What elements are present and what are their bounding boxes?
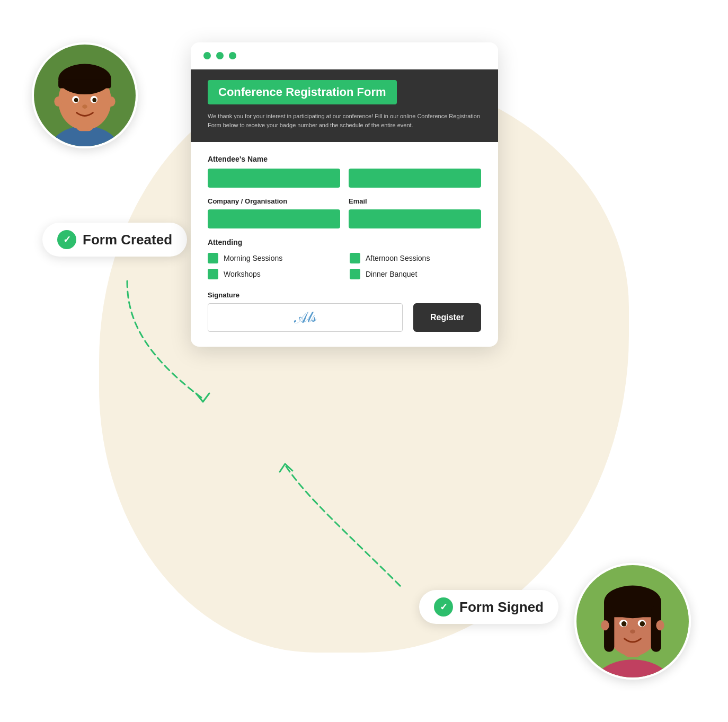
last-name-input[interactable] [349,169,481,188]
company-email-row: Company / Organisation Email [208,197,481,228]
svg-point-12 [107,96,115,107]
register-button[interactable]: Register [413,303,481,332]
browser-dot-2 [216,52,224,59]
svg-point-11 [54,96,62,107]
checkbox-afternoon[interactable]: Afternoon Sessions [350,253,481,263]
last-name-field [349,169,481,188]
svg-rect-5 [58,79,111,88]
checkbox-afternoon-box [350,253,360,263]
email-label: Email [349,197,481,205]
form-header: Conference Registration Form We thank yo… [191,69,498,142]
first-name-field [208,169,340,188]
company-input[interactable] [208,209,340,228]
email-input[interactable] [349,209,481,228]
checkbox-dinner[interactable]: Dinner Banquet [350,269,481,279]
svg-point-8 [74,98,78,102]
checkbox-afternoon-label: Afternoon Sessions [366,254,430,262]
browser-dot-1 [203,52,211,59]
form-title-bar: Conference Registration Form [208,80,397,104]
checkbox-dinner-label: Dinner Banquet [366,270,417,278]
attending-label: Attending [208,238,481,246]
form-signed-badge: ✓ Form Signed [419,590,558,624]
browser-topbar [191,42,498,69]
avatar-female [574,563,691,680]
svg-point-23 [622,621,627,627]
form-created-label: Form Created [83,232,172,248]
svg-point-24 [640,621,645,627]
form-description: We thank you for your interest in partic… [208,112,481,129]
attendee-name-label: Attendee's Name [208,155,481,163]
check-icon-signed: ✓ [434,597,453,617]
email-field: Email [349,197,481,228]
checkbox-morning-label: Morning Sessions [224,254,282,262]
check-icon: ✓ [57,230,76,249]
form-signed-label: Form Signed [459,599,544,615]
first-name-input[interactable] [208,169,340,188]
svg-point-26 [601,620,609,630]
company-field: Company / Organisation [208,197,340,228]
form-title: Conference Registration Form [218,85,386,99]
svg-point-10 [82,104,87,109]
checkbox-morning[interactable]: Morning Sessions [208,253,339,263]
svg-point-9 [92,98,96,102]
checkbox-dinner-box [350,269,360,279]
browser-dot-3 [229,52,236,59]
attendee-name-row [208,169,481,188]
company-label: Company / Organisation [208,197,340,205]
signature-drawing: 𝒜𝓁𝓈 [294,308,317,327]
svg-point-25 [630,629,635,633]
svg-point-27 [656,620,664,630]
scene: ✓ Form Created Conference Registration F… [0,0,728,722]
form-created-badge: ✓ Form Created [42,223,187,257]
avatar-male [32,42,138,148]
checkbox-morning-box [208,253,218,263]
arrow-up-right [254,456,434,604]
arrow-down-right [106,270,254,429]
